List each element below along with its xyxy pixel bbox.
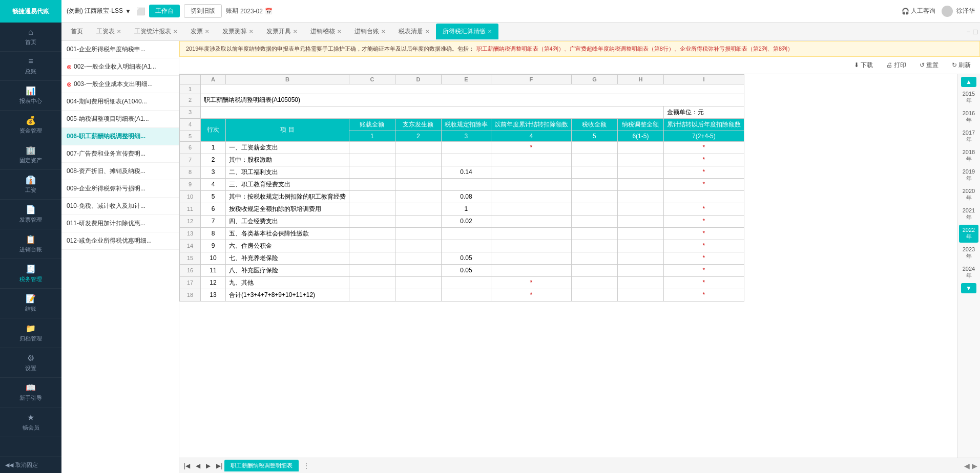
cell-f[interactable]	[491, 154, 571, 166]
cell-f[interactable]: *	[491, 289, 571, 301]
year-2021[interactable]: 2021年	[959, 205, 978, 223]
download-button[interactable]: ⬇ 下载	[850, 59, 877, 71]
year-2023[interactable]: 2023年	[959, 244, 978, 262]
tab-ledger[interactable]: 进销台账 ✕	[348, 24, 392, 39]
cell-h[interactable]	[617, 166, 663, 178]
cell-g[interactable]	[571, 264, 617, 276]
tab-tax-list[interactable]: 税表清册 ✕	[392, 24, 436, 39]
unpin-button[interactable]: ◀◀ 取消固定	[0, 457, 61, 473]
tab-close-payroll[interactable]: ✕	[117, 29, 121, 34]
cell-i[interactable]: *	[663, 178, 744, 190]
tab-close-payroll-stats[interactable]: ✕	[173, 29, 177, 34]
tab-home[interactable]: 首页	[64, 24, 90, 39]
tab-close-check[interactable]: ✕	[337, 29, 341, 34]
cell-g[interactable]	[571, 276, 617, 289]
cell-g[interactable]	[571, 215, 617, 227]
menu-item-009[interactable]: 009-企业所得税弥补亏损明...	[61, 180, 179, 198]
cell-h[interactable]	[617, 190, 663, 203]
cell-f[interactable]	[491, 215, 571, 227]
copy-icon[interactable]: ⬜	[136, 7, 145, 15]
cell-d[interactable]	[395, 227, 441, 240]
cell-c[interactable]	[349, 215, 395, 227]
cell-i[interactable]: *	[663, 227, 744, 240]
cell-e[interactable]	[441, 227, 491, 240]
switch-button[interactable]: 切到旧版	[184, 4, 222, 18]
cell-h[interactable]	[617, 276, 663, 289]
menu-item-011[interactable]: 011-研发费用加计扣除优惠...	[61, 215, 179, 232]
company-selector[interactable]: (勿删) 江西殷宝-LSS ▼	[67, 7, 131, 15]
year-2016[interactable]: 2016年	[959, 108, 978, 126]
sidebar-item-invoice[interactable]: 📄 发票管理	[0, 200, 61, 229]
sidebar-item-tax[interactable]: 🧾 税务管理	[0, 259, 61, 289]
cell-e[interactable]: 0.08	[441, 190, 491, 203]
menu-item-003[interactable]: ⊗ 003-一般企业成本支出明细...	[61, 76, 179, 93]
cell-d[interactable]	[395, 252, 441, 264]
cell-g[interactable]	[571, 190, 617, 203]
cell-e[interactable]: 0.05	[441, 252, 491, 264]
year-scroll-down[interactable]: ▼	[961, 283, 976, 293]
cell-i[interactable]: *	[663, 154, 744, 166]
cell-g[interactable]	[571, 240, 617, 252]
cell-i[interactable]: *	[663, 240, 744, 252]
cell-f[interactable]: *	[491, 141, 571, 154]
calendar-icon[interactable]: 📅	[265, 8, 273, 15]
sidebar-item-close[interactable]: 📝 结账	[0, 289, 61, 318]
cell-i[interactable]: *	[663, 276, 744, 289]
cell-f[interactable]	[491, 240, 571, 252]
menu-item-007[interactable]: 007-广告费和业务宣传费明...	[61, 145, 179, 163]
cell-i[interactable]: *	[663, 264, 744, 276]
support-link[interactable]: 🎧 人工客询	[902, 7, 935, 15]
minimize-icon[interactable]: −	[966, 28, 970, 36]
cell-c[interactable]	[349, 252, 395, 264]
cell-d[interactable]	[395, 166, 441, 178]
cell-g[interactable]	[571, 141, 617, 154]
cell-c[interactable]	[349, 289, 395, 301]
cell-g[interactable]	[571, 154, 617, 166]
cell-i[interactable]: *	[663, 141, 744, 154]
cell-g[interactable]	[571, 166, 617, 178]
cell-d[interactable]	[395, 240, 441, 252]
cell-f[interactable]: *	[491, 276, 571, 289]
cell-f[interactable]	[491, 166, 571, 178]
sidebar-item-assets[interactable]: 🏢 固定资产	[0, 140, 61, 170]
cell-e[interactable]	[441, 141, 491, 154]
cell-c[interactable]	[349, 276, 395, 289]
sheet-scroll-right[interactable]: ▶	[972, 462, 977, 470]
cell-h[interactable]	[617, 215, 663, 227]
tab-close-invoice-calc[interactable]: ✕	[249, 29, 253, 34]
maximize-icon[interactable]: □	[973, 28, 977, 36]
cell-h[interactable]	[617, 227, 663, 240]
cell-f[interactable]	[491, 227, 571, 240]
print-button[interactable]: 🖨 打印	[882, 59, 910, 71]
tab-close-ledger[interactable]: ✕	[381, 29, 385, 34]
cell-h[interactable]	[617, 203, 663, 215]
cell-d[interactable]	[395, 264, 441, 276]
cell-e[interactable]	[441, 154, 491, 166]
cell-g[interactable]	[571, 203, 617, 215]
cell-c[interactable]	[349, 264, 395, 276]
tab-close-invoice[interactable]: ✕	[205, 29, 209, 34]
cell-e[interactable]	[441, 240, 491, 252]
cell-d[interactable]	[395, 289, 441, 301]
year-2022[interactable]: 2022年	[959, 225, 978, 243]
year-2018[interactable]: 2018年	[959, 147, 978, 165]
cell-c[interactable]	[349, 178, 395, 190]
reset-button[interactable]: ↺ 重置	[915, 59, 943, 71]
cell-h[interactable]	[617, 289, 663, 301]
sidebar-item-guide[interactable]: 📖 新手引导	[0, 378, 61, 407]
year-2019[interactable]: 2019年	[959, 166, 978, 184]
cell-h[interactable]	[617, 252, 663, 264]
cell-d[interactable]	[395, 154, 441, 166]
cell-f[interactable]	[491, 252, 571, 264]
sheet-options-icon[interactable]: ⋮	[303, 462, 310, 470]
cell-c[interactable]	[349, 227, 395, 240]
cell-i[interactable]: *	[663, 289, 744, 301]
cell-c[interactable]	[349, 240, 395, 252]
spreadsheet-area[interactable]: A B C D E F G H I	[179, 74, 957, 458]
sheet-nav-prev[interactable]: ◀	[194, 461, 202, 470]
cell-e[interactable]	[441, 178, 491, 190]
sheet-tab-label[interactable]: 职工薪酬纳税调整明细表	[224, 460, 299, 471]
year-2024[interactable]: 2024年	[959, 264, 978, 282]
cell-d[interactable]	[395, 215, 441, 227]
tab-close-tax-list[interactable]: ✕	[425, 29, 429, 34]
